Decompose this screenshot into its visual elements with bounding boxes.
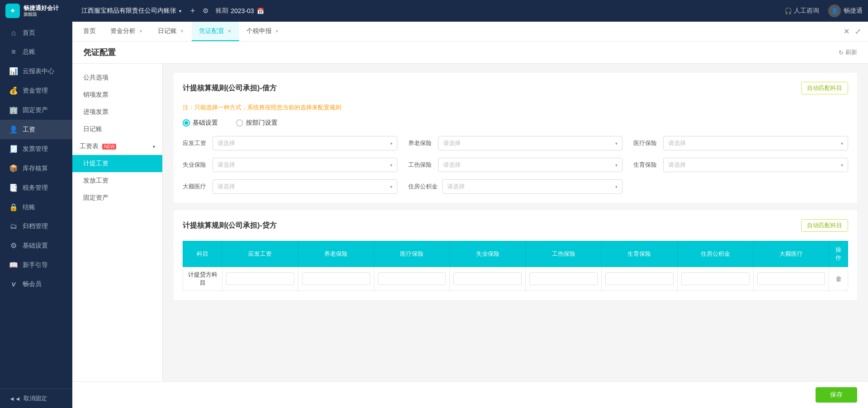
save-button[interactable]: 保存 bbox=[816, 387, 857, 403]
work-injury-select[interactable]: 请选择 ▾ bbox=[438, 158, 623, 172]
refresh-button[interactable]: ↻ 刷新 bbox=[839, 48, 857, 56]
input-housing-fund[interactable] bbox=[681, 272, 750, 285]
sidebar-item-home[interactable]: ⌂ 首页 bbox=[0, 23, 72, 42]
chevron-down-icon: ▾ bbox=[615, 163, 618, 168]
sidebar-item-invoices[interactable]: 🧾 发票管理 bbox=[0, 139, 72, 159]
gross-salary-label: 应发工资 bbox=[183, 139, 208, 147]
content-area: 首页 资金分析 × 日记账 × 凭证配置 × 个税申报 × ✕ ⤢ bbox=[72, 22, 868, 408]
input-unemployment[interactable] bbox=[453, 272, 522, 285]
sidebar-item-closing[interactable]: 🔒 结账 bbox=[0, 197, 72, 217]
sidebar-item-salary[interactable]: 👤 工资 bbox=[0, 120, 72, 139]
tab-home[interactable]: 首页 bbox=[76, 22, 103, 41]
sidebar-item-ledger[interactable]: ≡ 总账 bbox=[0, 42, 72, 61]
company-selector[interactable]: 江西服宝精品有限责任公司内账张 ▾ bbox=[81, 7, 181, 15]
page-title: 凭证配置 bbox=[83, 47, 116, 58]
input-gross-salary[interactable] bbox=[226, 272, 294, 285]
tab-fund[interactable]: 资金分析 × bbox=[103, 22, 151, 41]
unemployment-label: 失业保险 bbox=[183, 161, 208, 169]
delete-row-icon[interactable]: 🗑 bbox=[835, 275, 842, 282]
sub-menu-fixed-assets[interactable]: 固定资产 bbox=[72, 189, 162, 206]
tab-bar: 首页 资金分析 × 日记账 × 凭证配置 × 个税申报 × ✕ ⤢ bbox=[72, 22, 868, 42]
page-header: 凭证配置 ↻ 刷新 bbox=[72, 42, 868, 64]
tab-journal[interactable]: 日记账 × bbox=[151, 22, 192, 41]
chevron-down-icon: ▾ bbox=[615, 141, 618, 146]
col-work-injury: 工伤保险 bbox=[526, 241, 602, 267]
sidebar-item-archive[interactable]: 🗂 归档管理 bbox=[0, 217, 72, 236]
pension-select[interactable]: 请选择 ▾ bbox=[438, 136, 623, 150]
closing-icon: 🔒 bbox=[9, 203, 18, 211]
tab-voucher[interactable]: 凭证配置 × bbox=[192, 22, 239, 41]
sidebar-item-tax[interactable]: 📑 税务管理 bbox=[0, 178, 72, 197]
radio-group: 基础设置 按部门设置 bbox=[183, 119, 848, 127]
form-row-housing-fund: 住房公积金 请选择 ▾ bbox=[408, 179, 623, 194]
input-pension[interactable] bbox=[302, 272, 370, 285]
input-work-injury[interactable] bbox=[529, 272, 598, 285]
tab-bar-actions: ✕ ⤢ bbox=[844, 22, 864, 41]
major-medical-select[interactable]: 请选择 ▾ bbox=[212, 179, 397, 194]
unemployment-select[interactable]: 请选择 ▾ bbox=[212, 158, 397, 172]
sidebar-item-label: 总账 bbox=[23, 48, 35, 56]
cancel-fixed-label: 取消固定 bbox=[24, 394, 47, 403]
refresh-icon: ↻ bbox=[839, 49, 844, 56]
tab-close-icon[interactable]: × bbox=[179, 28, 184, 34]
page-body: 公共选项 销项发票 进项发票 日记账 工资表 NEW ▾ 计提工资 发放工资 固… bbox=[72, 64, 868, 381]
radio-dept-circle bbox=[236, 119, 243, 127]
add-icon[interactable]: + bbox=[190, 6, 195, 16]
housing-fund-label: 住房公积金 bbox=[408, 183, 438, 191]
input-maternity[interactable] bbox=[605, 272, 674, 285]
tab-close-icon[interactable]: × bbox=[227, 28, 232, 34]
app-logo: ✦ 畅捷通好会计 旗舰版 bbox=[5, 4, 78, 18]
sub-menu-salary-table[interactable]: 工资表 NEW ▾ bbox=[72, 138, 162, 155]
sub-menu-public[interactable]: 公共选项 bbox=[72, 69, 162, 86]
col-subject: 科目 bbox=[183, 241, 222, 267]
table-row: 计提贷方科目 🗑 bbox=[183, 267, 848, 291]
service-button[interactable]: 🎧 人工咨询 bbox=[784, 7, 819, 15]
period-value: 2023-03 bbox=[231, 7, 254, 14]
guide-icon: 📖 bbox=[9, 261, 18, 269]
calendar-icon[interactable]: 📅 bbox=[257, 8, 264, 14]
sidebar-item-assets[interactable]: 🏢 固定资产 bbox=[0, 100, 72, 120]
expand-icon[interactable]: ⤢ bbox=[855, 27, 861, 36]
sidebar-item-vip[interactable]: V 畅会员 bbox=[0, 275, 72, 294]
col-major-medical: 大额医疗 bbox=[753, 241, 829, 267]
maternity-select[interactable]: 请选择 ▾ bbox=[663, 158, 848, 172]
work-injury-label: 工伤保险 bbox=[408, 161, 434, 169]
sidebar-item-inventory[interactable]: 📦 库存核算 bbox=[0, 159, 72, 178]
sub-menu-sales-invoice[interactable]: 销项发票 bbox=[72, 86, 162, 103]
sidebar-item-funds[interactable]: 💰 资金管理 bbox=[0, 81, 72, 100]
service-label: 人工咨询 bbox=[794, 7, 819, 15]
settings-icon[interactable]: ⚙ bbox=[203, 7, 208, 15]
sidebar-item-guide[interactable]: 📖 新手引导 bbox=[0, 255, 72, 275]
gross-salary-placeholder: 请选择 bbox=[217, 139, 235, 147]
sidebar-item-reports[interactable]: 📊 云报表中心 bbox=[0, 61, 72, 81]
sidebar-item-settings[interactable]: ⚙ 基础设置 bbox=[0, 236, 72, 255]
housing-fund-select[interactable]: 请选择 ▾ bbox=[442, 179, 623, 194]
sub-menu-journal[interactable]: 日记账 bbox=[72, 121, 162, 138]
close-icon[interactable]: ✕ bbox=[844, 27, 849, 36]
tab-tax[interactable]: 个税申报 × bbox=[239, 22, 287, 41]
sub-menu-accrual[interactable]: 计提工资 bbox=[72, 155, 162, 172]
debit-auto-match-button[interactable]: 自动匹配科目 bbox=[801, 82, 848, 94]
sub-menu-purchase-invoice[interactable]: 进项发票 bbox=[72, 103, 162, 121]
tab-close-icon[interactable]: × bbox=[138, 28, 143, 34]
user-menu[interactable]: 👤 畅捷通 bbox=[828, 5, 863, 17]
sidebar-item-label: 税务管理 bbox=[23, 184, 48, 192]
tab-label: 个税申报 bbox=[246, 27, 272, 35]
col-action: 操作 bbox=[829, 241, 848, 267]
radio-dept[interactable]: 按部门设置 bbox=[236, 119, 278, 127]
tab-close-icon[interactable]: × bbox=[274, 28, 279, 34]
cancel-fixed-button[interactable]: ◄◄ 取消固定 bbox=[0, 389, 72, 408]
gross-salary-select[interactable]: 请选择 ▾ bbox=[212, 136, 397, 150]
input-major-medical[interactable] bbox=[757, 272, 826, 285]
sub-menu-distribute[interactable]: 发放工资 bbox=[72, 172, 162, 189]
period-selector[interactable]: 账期 2023-03 📅 bbox=[216, 7, 264, 15]
row-label: 计提贷方科目 bbox=[183, 267, 222, 291]
user-name: 畅捷通 bbox=[844, 7, 863, 15]
credit-auto-match-button[interactable]: 自动匹配科目 bbox=[801, 219, 848, 232]
input-medical[interactable] bbox=[378, 272, 446, 285]
sidebar-item-label: 固定资产 bbox=[23, 106, 48, 114]
form-row-unemployment: 失业保险 请选择 ▾ bbox=[183, 158, 397, 172]
work-injury-placeholder: 请选择 bbox=[443, 161, 461, 169]
medical-select[interactable]: 请选择 ▾ bbox=[663, 136, 848, 150]
radio-basic[interactable]: 基础设置 bbox=[183, 119, 218, 127]
